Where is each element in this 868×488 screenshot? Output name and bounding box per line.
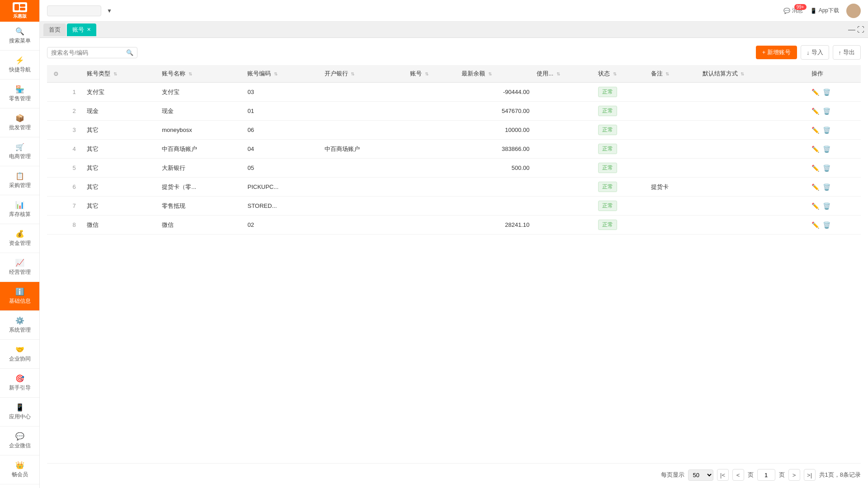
logo-text: 乐惠版 xyxy=(13,13,27,19)
ops-icon: 📈 xyxy=(15,258,24,267)
row-remark xyxy=(647,197,699,216)
row-default-settle xyxy=(699,121,808,140)
page-first-btn[interactable]: |< xyxy=(717,469,729,481)
col-name[interactable]: 账号名称 ⇅ xyxy=(158,65,244,83)
user-avatar[interactable] xyxy=(846,4,861,18)
export-button[interactable]: ↑ 导出 xyxy=(833,45,861,60)
row-status: 正常 xyxy=(594,140,647,159)
edit-icon[interactable]: ✏️ xyxy=(811,164,819,172)
topbar-search-input[interactable] xyxy=(47,5,101,16)
sidebar-item-app-center[interactable]: 📱 应用中心 xyxy=(0,398,39,427)
search-icon[interactable]: 🔍 xyxy=(126,49,133,56)
edit-icon[interactable]: ✏️ xyxy=(811,183,819,191)
col-bank[interactable]: 开户银行 ⇅ xyxy=(321,65,406,83)
col-num xyxy=(65,65,83,83)
delete-icon[interactable]: 🗑️ xyxy=(823,164,830,172)
sidebar-item-label: 批发管理 xyxy=(9,124,31,131)
sidebar-item-ops-mgmt[interactable]: 📈 经营管理 xyxy=(0,253,39,282)
sidebar-item-wholesale-mgmt[interactable]: 📦 批发管理 xyxy=(0,108,39,137)
delete-icon[interactable]: 🗑️ xyxy=(823,108,830,115)
tab-account[interactable]: 账号 ✕ xyxy=(67,23,96,36)
row-status: 正常 xyxy=(594,102,647,121)
col-status[interactable]: 状态 ⇅ xyxy=(594,65,647,83)
message-button[interactable]: 💬 消息 99+ xyxy=(783,7,803,14)
edit-icon[interactable]: ✏️ xyxy=(811,145,819,153)
row-remark xyxy=(647,140,699,159)
row-account xyxy=(406,121,458,140)
sidebar-item-corp-agreement[interactable]: 🤝 企业协同 xyxy=(0,340,39,369)
edit-icon[interactable]: ✏️ xyxy=(811,89,819,96)
sidebar-item-basic-info[interactable]: ℹ️ 基础信息 xyxy=(0,282,39,311)
row-usage xyxy=(533,83,594,102)
edit-icon[interactable]: ✏️ xyxy=(811,221,819,229)
row-name: 零售抵现 xyxy=(158,197,244,216)
sidebar-item-search-menu[interactable]: 🔍 搜索菜单 xyxy=(0,22,39,51)
message-badge: 99+ xyxy=(794,4,807,10)
sidebar-item-purchase-mgmt[interactable]: 📋 采购管理 xyxy=(0,166,39,195)
topbar-left: ▼ xyxy=(47,5,112,16)
row-actions: ✏️ 🗑️ xyxy=(808,216,861,235)
sidebar-item-ecommerce-mgmt[interactable]: 🛒 电商管理 xyxy=(0,137,39,166)
delete-icon[interactable]: 🗑️ xyxy=(823,183,830,191)
col-balance[interactable]: 最新余额 ⇅ xyxy=(458,65,533,83)
col-usage[interactable]: 使用... ⇅ xyxy=(533,65,594,83)
row-default-settle xyxy=(699,216,808,235)
tab-home[interactable]: 首页 xyxy=(43,23,66,36)
tab-minimize-icon[interactable]: — xyxy=(848,26,855,34)
sidebar-item-corp-wechat[interactable]: 💬 企业微信 xyxy=(0,427,39,455)
sidebar-item-inventory[interactable]: 📊 库存核算 xyxy=(0,195,39,224)
page-prev-btn[interactable]: < xyxy=(732,469,744,481)
sidebar-item-retail-mgmt[interactable]: 🏪 零售管理 xyxy=(0,80,39,108)
sidebar-item-quick-nav[interactable]: ⚡ 快捷导航 xyxy=(0,51,39,80)
table-header-row: ⚙ 账号类型 ⇅ 账号名称 ⇅ 账号编码 ⇅ xyxy=(47,65,861,83)
delete-icon[interactable]: 🗑️ xyxy=(823,127,830,134)
sidebar-item-system-mgmt[interactable]: ⚙️ 系统管理 xyxy=(0,311,39,340)
delete-icon[interactable]: 🗑️ xyxy=(823,202,830,210)
table-row: 5 其它 大新银行 05 500.00 正常 ✏️ 🗑️ xyxy=(47,159,861,178)
edit-icon[interactable]: ✏️ xyxy=(811,108,819,115)
sidebar-item-label: 新手引导 xyxy=(9,384,31,392)
sidebar-item-label: 应用中心 xyxy=(9,413,31,421)
page-input[interactable] xyxy=(757,469,775,481)
col-remark[interactable]: 备注 ⇅ xyxy=(647,65,699,83)
delete-icon[interactable]: 🗑️ xyxy=(823,89,830,96)
sidebar-item-finance-mgmt[interactable]: 💰 资金管理 xyxy=(0,224,39,253)
col-type[interactable]: 账号类型 ⇅ xyxy=(83,65,158,83)
row-remark xyxy=(647,83,699,102)
tab-home-label: 首页 xyxy=(49,26,61,34)
add-account-button[interactable]: + 新增账号 xyxy=(756,46,797,59)
status-badge: 正常 xyxy=(598,220,617,230)
gear-icon[interactable]: ⚙ xyxy=(53,70,59,77)
row-usage xyxy=(533,140,594,159)
page-size-select[interactable]: 50 20 100 xyxy=(688,469,713,481)
page-last-btn[interactable]: >| xyxy=(804,469,816,481)
row-default-settle xyxy=(699,178,808,197)
topbar-dropdown[interactable]: ▼ xyxy=(107,8,112,14)
page-next-btn[interactable]: > xyxy=(788,469,800,481)
tab-maximize-icon[interactable]: ⛶ xyxy=(857,26,864,34)
edit-icon[interactable]: ✏️ xyxy=(811,202,819,210)
import-button[interactable]: ↓ 导入 xyxy=(801,45,829,60)
row-code: 06 xyxy=(244,121,321,140)
col-account[interactable]: 账号 ⇅ xyxy=(406,65,458,83)
table-row: 7 其它 零售抵现 STORED... 正常 ✏️ 🗑️ xyxy=(47,197,861,216)
col-default-settle[interactable]: 默认结算方式 ⇅ xyxy=(699,65,808,83)
sort-code-icon: ⇅ xyxy=(274,71,278,76)
row-balance: 383866.00 xyxy=(458,140,533,159)
row-status: 正常 xyxy=(594,83,647,102)
search-input[interactable] xyxy=(51,49,123,56)
app-download-button[interactable]: 📱 App下载 xyxy=(810,7,839,14)
sidebar-item-newbie-guide[interactable]: 🎯 新手引导 xyxy=(0,369,39,398)
tab-close-icon[interactable]: ✕ xyxy=(87,27,91,33)
row-num: 2 xyxy=(65,102,83,121)
row-name: 大新银行 xyxy=(158,159,244,178)
delete-icon[interactable]: 🗑️ xyxy=(823,145,830,153)
col-name-label: 账号名称 xyxy=(162,70,185,77)
sidebar-item-vip-member[interactable]: 👑 畅会员 xyxy=(0,455,39,484)
col-code[interactable]: 账号编码 ⇅ xyxy=(244,65,321,83)
edit-icon[interactable]: ✏️ xyxy=(811,127,819,134)
col-code-label: 账号编码 xyxy=(247,70,271,77)
sidebar: 乐惠版 🔍 搜索菜单 ⚡ 快捷导航 🏪 零售管理 📦 批发管理 🛒 电商管理 📋… xyxy=(0,0,40,488)
sort-name-icon: ⇅ xyxy=(189,71,192,76)
delete-icon[interactable]: 🗑️ xyxy=(823,221,830,229)
